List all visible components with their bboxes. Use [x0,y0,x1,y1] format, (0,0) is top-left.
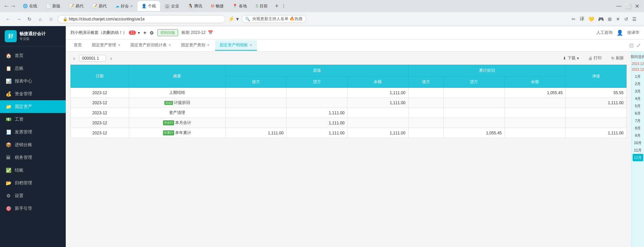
calendar-icon[interactable]: 📅 [208,30,213,35]
period-month-5[interactable]: 5月 [633,102,643,110]
minimize-btn[interactable]: — [616,3,622,9]
period-month-8[interactable]: 8月 [633,124,643,132]
tab-home[interactable]: 首页 [69,40,87,51]
sidebar-item-close-period[interactable]: ✅ 结账 [0,164,66,177]
browser-tab-yidai2[interactable]: 📝 易代 [88,1,111,11]
browser-tab-tencent[interactable]: 🐧 腾讯 [184,1,206,11]
add-company-btn[interactable]: + [143,30,146,36]
grid-icon[interactable]: ⊞ [608,16,612,22]
period-month-10[interactable]: 10月 [633,139,643,146]
reload-button[interactable]: ↻ [25,15,34,23]
period-month-11[interactable]: 11月 [633,146,643,154]
table-row[interactable]: 2023-12 月合计本月合计 1,111.00 [71,118,627,128]
browser-tab-yidai1[interactable]: 📝 易代 [65,1,88,11]
new-tab-button[interactable]: + [275,3,279,10]
next-account-button[interactable]: › [107,55,115,62]
menu-icon[interactable]: ☰ [632,16,637,22]
period-month-3[interactable]: 3月 [633,87,643,95]
browser-tab-new[interactable]: 📄 新版 [42,1,64,11]
browser-tab-online[interactable]: 🌐 在线 [19,1,41,11]
browser-tab-enterprise[interactable]: 🏢 企业 [161,1,183,11]
sidebar-item-guide[interactable]: 🎯 新手引导 [0,202,66,215]
restore-btn[interactable]: ⬜ [625,3,632,9]
switch-version-button[interactable]: 切到旧版 [157,29,178,36]
extension-icon-1[interactable]: ⚡ [228,16,235,22]
tab-settings-icon[interactable]: ⋮ [281,3,286,9]
sidebar-item-general-ledger[interactable]: 📋 总账 [0,62,66,75]
period-month-2[interactable]: 2月 [633,80,643,87]
browser-tab-gedi[interactable]: 📍 各地 [228,1,251,11]
sidebar-item-reports[interactable]: 📊 报表中心 [0,75,66,87]
browser-tab-geshu[interactable]: 👤 个税 [138,1,160,11]
tab-fixed-assets-category[interactable]: 固定资产类别 ✕ [176,40,214,51]
table-row[interactable]: 2023-12 2023计提折旧 1,111.00 1,111.00 [71,98,627,108]
tab-fixed-assets-manage[interactable]: 固定资产管理 ✕ [87,40,125,51]
close-btn[interactable]: ✕ [635,3,639,9]
td-depr-balance [504,128,566,138]
address-dropdown[interactable]: ▾ [236,16,239,22]
period-month-9[interactable]: 9月 [633,132,643,139]
th-summary: 摘要 [129,65,225,88]
print-button[interactable]: 🖨 打印 [586,54,604,62]
brightness-icon[interactable]: ☀ [616,16,620,22]
prev-account-button[interactable]: ‹ [70,55,78,62]
address-bar-input[interactable]: 🔒 https://cloud.chanjet.com/accounting/u… [58,15,225,23]
table-row[interactable]: 2023-12 年累计本年累计 1,111.00 1,111.00 1,111.… [71,128,627,138]
tab-close-haohui[interactable]: ✕ [130,4,133,8]
period-label: 账期 2023-12 📅 [181,30,213,36]
tab-expand-icon[interactable]: ⤢ [636,42,641,49]
browser-tab-changjie[interactable]: M 畅捷 [207,1,228,11]
sidebar-item-home[interactable]: 🏠 首页 [0,49,66,62]
period-month-7[interactable]: 7月 [633,117,643,124]
tab-restore-icon[interactable]: ⊡ [629,42,634,49]
toolbar-right: ⬇ 下载 ▾ 🖨 打印 ↻ 刷新 [560,54,627,62]
period-month-4[interactable]: 4月 [633,95,643,102]
tab-close-fixed-assets-manage[interactable]: ✕ [118,43,120,47]
table-row[interactable]: 2023-12 上期结转 1,111.00 1,055.45 55.55 [71,88,627,98]
forward-button[interactable]: → [15,15,23,23]
sidebar-item-tax[interactable]: 🏛 税务管理 [0,151,66,164]
period-month-1[interactable]: 1月 [633,73,643,80]
table-row[interactable]: 2023-12 资产清理 1,111.00 [71,108,627,118]
td-depr-balance [504,118,566,128]
game-icon[interactable]: 🎮 [598,16,604,22]
tab-close-ledger[interactable]: ✕ [250,43,252,47]
sidebar-item-salary[interactable]: 💵 工资 [0,113,66,126]
refresh-button[interactable]: ↻ 刷新 [608,54,627,62]
browser-tab-current[interactable]: S 目前 [252,1,272,11]
sidebar-item-settings[interactable]: ⚙ 设置 [0,189,66,202]
back-button[interactable]: ← [4,15,12,23]
download-dropdown-icon[interactable]: ▾ [577,56,579,61]
translate-icon[interactable]: 译 [580,16,584,22]
company-selector[interactable]: 刘小艳演示账套（勿删勿动！） 11 ▾ [70,30,140,36]
undo-icon[interactable]: ↺ [624,16,628,22]
bookmark-button[interactable]: ☆ [47,15,55,23]
td-orig-debit [225,98,286,108]
sidebar-item-purchase-sales[interactable]: 📦 进销台账 [0,138,66,151]
download-button[interactable]: ⬇ 下载 ▾ [560,54,582,62]
support-label[interactable]: 人工咨询 [596,30,612,36]
td-orig-debit [225,118,286,128]
home-button[interactable]: ⌂ [36,15,44,23]
period-month-12[interactable]: 12月 [633,154,643,161]
sidebar-item-archive[interactable]: 📂 归档管理 [0,177,66,189]
th-depr-balance: 余额 [504,76,566,88]
tab-close-depreciation[interactable]: ✕ [168,43,171,47]
close-period-icon: ✅ [5,167,11,173]
settings-cog-icon[interactable]: ⚙ [150,30,154,36]
tab-fixed-assets-ledger[interactable]: 固定资产明细账 ✕ [215,40,257,51]
sidebar-item-funds[interactable]: 💰 资金管理 [0,87,66,100]
period-month-6[interactable]: 6月 [633,110,643,117]
sidebar-item-fixed-assets[interactable]: 📁 固定资产 [0,100,66,113]
tab-fixed-assets-depreciation[interactable]: 固定资产折旧统计表 ✕ [126,40,176,51]
sidebar: 好 畅捷通好会计 专业版 🏠 首页 📋 总账 📊 报表中心 💰 资金管理 [0,26,66,247]
td-depr-credit [444,98,505,108]
invoice-icon: 🧾 [5,129,11,135]
scissors-icon[interactable]: ✂ [572,16,576,22]
wallet-icon[interactable]: 💛 [588,16,594,22]
sidebar-item-invoice[interactable]: 🧾 发票管理 [0,126,66,138]
company-dropdown-icon[interactable]: ▾ [138,30,140,35]
tab-close-category[interactable]: ✕ [207,43,210,47]
account-code-input[interactable]: 000001 1 [79,55,106,62]
browser-tab-haohui[interactable]: ☁ 好会 ✕ [111,1,137,11]
